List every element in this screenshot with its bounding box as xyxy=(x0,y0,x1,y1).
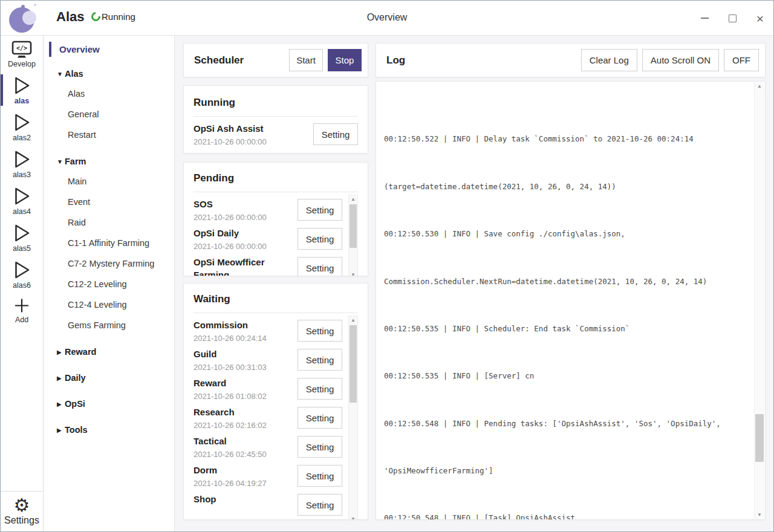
rail-item-instance[interactable]: alas5 xyxy=(1,220,43,255)
log-line: 00:12:50.535 | INFO | [Server] cn xyxy=(384,370,754,382)
nav-item[interactable]: C12-4 Leveling xyxy=(44,294,174,315)
scrollbar-thumb[interactable] xyxy=(350,204,357,248)
task-row: SOS 2021-10-26 00:00:00 Setting xyxy=(194,198,358,222)
task-setting-button[interactable]: Setting xyxy=(298,349,342,371)
nav-item[interactable]: ▶ Tools xyxy=(44,420,174,440)
rail-item-label: alas6 xyxy=(13,281,31,290)
task-setting-button[interactable]: Setting xyxy=(298,465,342,487)
log-scrollbar[interactable]: ▲ ▼ xyxy=(754,82,764,519)
rail-item-add[interactable]: Add xyxy=(1,294,43,326)
nav-item[interactable]: Raid xyxy=(44,212,174,233)
tree-arrow-icon: ▶ xyxy=(57,427,65,433)
task-row: Reward 2021-10-26 01:08:02 Setting xyxy=(194,377,358,401)
nav-item[interactable]: ▼ Alas xyxy=(44,64,174,83)
nav-item[interactable]: Gems Farming xyxy=(44,315,174,336)
auto-scroll-on-button[interactable]: Auto Scroll ON xyxy=(642,49,719,71)
nav-item-label: Tools xyxy=(65,425,88,435)
nav-item-label: Restart xyxy=(68,130,96,140)
nav-item[interactable]: ▼ Farm xyxy=(44,152,174,171)
task-setting-button[interactable]: Setting xyxy=(298,407,342,429)
running-panel-title: Running xyxy=(194,93,358,117)
task-row: Tactical 2021-10-26 02:45:50 Setting xyxy=(194,435,358,459)
nav-item-list: ▼ Alas Alas General Restart ▼ Farm xyxy=(44,64,174,440)
waiting-panel: Waiting Commission 2021-10-26 00:24:14 S… xyxy=(183,283,368,520)
nav-item-label: C7-2 Mystery Farming xyxy=(68,259,154,268)
rail-item-instance[interactable]: alas3 xyxy=(1,146,43,181)
task-setting-button[interactable]: Setting xyxy=(298,257,342,276)
instance-rail: </> Develop alas alas2 xyxy=(1,36,44,531)
task-name: Research xyxy=(194,406,293,418)
rail-item-instance[interactable]: alas2 xyxy=(1,109,43,144)
play-icon xyxy=(12,112,31,132)
auto-scroll-off-button[interactable]: OFF xyxy=(724,49,759,71)
task-setting-button[interactable]: Setting xyxy=(298,378,342,400)
scroll-up-icon[interactable]: ▲ xyxy=(349,195,357,203)
scheduler-panel: Scheduler Start Stop xyxy=(183,43,368,77)
nav-item[interactable]: ▶ Reward xyxy=(44,342,174,362)
log-output[interactable]: 00:12:50.522 | INFO | Delay task `Commis… xyxy=(376,82,754,519)
rail-item-develop[interactable]: </> Develop xyxy=(1,37,43,71)
nav-item-label: Raid xyxy=(68,218,86,227)
tree-arrow-icon: ▼ xyxy=(57,158,65,165)
rail-item-label: alas2 xyxy=(13,134,31,142)
log-panel-header: Log Clear Log Auto Scroll ON OFF xyxy=(376,43,766,77)
log-title: Log xyxy=(386,54,405,66)
nav-menu: Overview ▼ Alas Alas General Restart xyxy=(44,36,175,531)
nav-item-overview[interactable]: Overview xyxy=(44,41,174,57)
task-name: Dorm xyxy=(194,464,293,476)
scheduler-title: Scheduler xyxy=(194,54,244,66)
stop-button[interactable]: Stop xyxy=(328,49,362,71)
task-name: Guild xyxy=(194,348,293,360)
nav-item[interactable]: C7-2 Mystery Farming xyxy=(44,253,174,274)
waiting-scrollbar[interactable]: ▲ ▼ xyxy=(348,316,358,520)
task-setting-button[interactable]: Setting xyxy=(298,228,342,250)
scroll-down-icon[interactable]: ▼ xyxy=(349,271,357,276)
rail-item-instance[interactable]: alas6 xyxy=(1,257,43,292)
task-setting-button[interactable]: Setting xyxy=(298,494,342,516)
waiting-panel-title: Waiting xyxy=(194,290,358,313)
nav-item[interactable]: Alas xyxy=(44,83,174,104)
task-setting-button[interactable]: Setting xyxy=(313,123,358,145)
nav-item[interactable]: Main xyxy=(44,171,174,192)
task-setting-button[interactable]: Setting xyxy=(298,436,342,458)
minimize-button[interactable] xyxy=(698,12,711,24)
scroll-up-icon[interactable]: ▲ xyxy=(755,82,764,90)
close-button[interactable]: × xyxy=(754,12,766,24)
rail-item-instance[interactable]: alas xyxy=(1,73,43,108)
nav-item[interactable]: Restart xyxy=(44,125,174,145)
nav-item[interactable]: General xyxy=(44,104,174,125)
task-row: OpSi Daily 2021-10-26 00:00:00 Setting xyxy=(194,227,358,251)
log-line: 'OpsiMeowfficerFarming'] xyxy=(384,465,754,477)
nav-item[interactable]: ▶ Daily xyxy=(44,368,174,388)
pending-scrollbar[interactable]: ▲ ▼ xyxy=(348,195,358,276)
nav-item[interactable]: ▶ OpSi xyxy=(44,394,174,414)
task-next-run-time: 2021-10-26 00:00:00 xyxy=(194,213,293,222)
tree-arrow-icon: ▶ xyxy=(57,375,65,381)
rail-item-label: Develop xyxy=(8,60,36,68)
start-button[interactable]: Start xyxy=(289,49,323,71)
nav-item[interactable]: C1-1 Affinity Farming xyxy=(44,233,174,253)
rail-item-settings[interactable]: ⚙ Settings xyxy=(1,491,43,531)
rail-item-instance[interactable]: alas4 xyxy=(1,183,43,218)
nav-item[interactable]: C12-2 Leveling xyxy=(44,274,174,294)
task-row: Research 2021-10-26 02:16:02 Setting xyxy=(194,406,358,430)
log-line: 00:12:50.548 | INFO | Pending tasks: ['O… xyxy=(384,418,754,430)
nav-item-label: C1-1 Affinity Farming xyxy=(68,238,149,248)
play-icon xyxy=(12,260,31,280)
clear-log-button[interactable]: Clear Log xyxy=(581,49,637,71)
scroll-down-icon[interactable]: ▼ xyxy=(755,511,764,519)
pending-panel: Pending SOS 2021-10-26 00:00:00 Setting … xyxy=(183,162,368,276)
task-next-run-time: 2021-10-26 01:08:02 xyxy=(194,392,293,401)
nav-item-label: OpSi xyxy=(65,399,85,409)
nav-item[interactable]: Event xyxy=(44,192,174,212)
task-setting-button[interactable]: Setting xyxy=(298,199,342,221)
task-setting-button[interactable]: Setting xyxy=(298,320,342,342)
scrollbar-thumb[interactable] xyxy=(350,325,357,403)
task-name: Shop xyxy=(194,493,293,505)
scroll-up-icon[interactable]: ▲ xyxy=(349,316,357,324)
scroll-down-icon[interactable]: ▼ xyxy=(349,515,357,520)
maximize-button[interactable] xyxy=(726,12,738,24)
scrollbar-thumb[interactable] xyxy=(755,414,764,462)
close-icon: × xyxy=(756,12,764,25)
instance-list: alas alas2 alas3 alas4 xyxy=(1,71,43,292)
